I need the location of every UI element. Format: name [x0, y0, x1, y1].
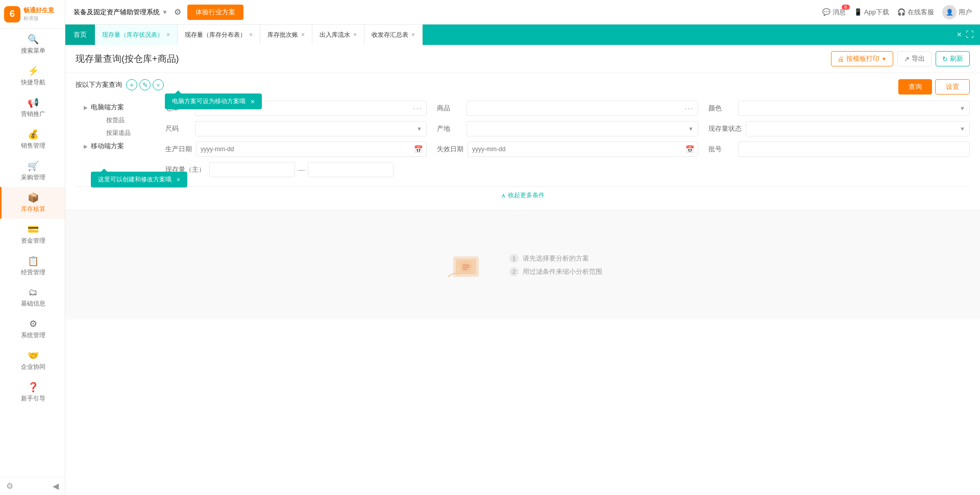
reset-button[interactable]: 设置 [935, 79, 970, 95]
tab-fullscreen-icon[interactable]: ⛶ [966, 30, 974, 39]
scheme-item-goods[interactable]: 按货品 [90, 114, 157, 127]
add-scheme-icon[interactable]: + [126, 79, 137, 90]
enterprise-icon: 🤝 [28, 350, 39, 361]
export-button[interactable]: ↗ 导出 [897, 51, 932, 66]
filter-row-2: 尺码 ▼ 产地 ▼ [165, 121, 970, 136]
filter-header: 按以下方案查询 + ✎ « [76, 79, 164, 90]
tooltip2-close[interactable]: × [177, 176, 180, 183]
logo-text: 畅通好生意 标准版 [23, 6, 54, 22]
sidebar-item-purchase[interactable]: 🛒 采购管理 [0, 155, 65, 187]
origin-select[interactable]: ▼ [467, 121, 698, 136]
batch-label: 批号 [708, 145, 734, 154]
tab-in-out-flow[interactable]: 出入库流水 × [312, 25, 364, 45]
sidebar-item-enterprise[interactable]: 🤝 企业协同 [0, 345, 65, 376]
tab-inventory-dist[interactable]: 现存量（库存分布表） × [178, 25, 260, 45]
refresh-button[interactable]: ↻ 刷新 [936, 51, 970, 66]
prod-date-input[interactable] [196, 142, 427, 157]
sidebar-item-basic[interactable]: 🗂 基础信息 [0, 282, 65, 313]
size-select[interactable]: ▼ [195, 121, 427, 136]
page-actions: 🖨 按模板打印 ▼ ↗ 导出 ↻ 刷新 [831, 51, 970, 66]
inv-qty-to[interactable] [308, 162, 394, 177]
sidebar-logo: 6 畅通好生意 标准版 [0, 0, 65, 29]
sidebar-item-operation[interactable]: 📋 经营管理 [0, 250, 65, 282]
tab-receipt-summary[interactable]: 收发存汇总表 × [364, 25, 423, 45]
app-download-action[interactable]: 📱 App下载 [854, 8, 889, 17]
empty-tip-1: 1 请先选择要分析的方案 [509, 254, 602, 263]
tip-num-1: 1 [509, 254, 519, 263]
settings-footer-icon[interactable]: ⚙ [6, 481, 13, 491]
color-select[interactable]: ▼ [738, 101, 970, 116]
empty-illustration [443, 241, 489, 289]
header-settings-icon[interactable]: ⚙ [174, 7, 181, 17]
online-service-action[interactable]: 🎧 在线客服 [897, 8, 934, 17]
filter-field-color: 颜色 ▼ [708, 101, 970, 116]
back-icon[interactable]: « [153, 79, 164, 90]
newbie-icon: ❓ [28, 382, 39, 393]
scheme-arrow-icon: ▶ [84, 105, 88, 110]
tooltip2-text: 这里可以创建和修改方案哦 [98, 175, 172, 184]
tooltip-scheme1: 电脑方案可设为移动方案哦 × [165, 93, 262, 109]
system-selector[interactable]: 装备及固定资产辅助管理系统 ▼ [74, 8, 168, 17]
message-action[interactable]: 💬 消息 6 [822, 8, 846, 17]
operation-icon: 📋 [28, 255, 39, 267]
goods-dots-icon[interactable]: ··· [684, 103, 694, 114]
tab-home[interactable]: 首页 [65, 25, 95, 45]
query-button[interactable]: 查询 [898, 79, 932, 95]
tab-close-inventory-status[interactable]: × [166, 31, 170, 38]
exp-date-calendar-icon[interactable]: 📅 [685, 145, 694, 153]
export-icon: ↗ [904, 55, 910, 63]
svg-rect-3 [462, 265, 470, 266]
collapse-sidebar-icon[interactable]: ◀ [53, 481, 59, 491]
finance-icon: 💳 [28, 224, 39, 235]
exp-date-label: 失效日期 [437, 145, 463, 154]
sidebar: 6 畅通好生意 标准版 🔍 搜索菜单 ⚡ 快捷导航 📢 营销推广 💰 销售管理 … [0, 0, 65, 495]
sidebar-item-sales[interactable]: 💰 销售管理 [0, 124, 65, 155]
tab-close-receipt-summary[interactable]: × [411, 31, 415, 38]
tab-close-in-out-flow[interactable]: × [353, 31, 357, 38]
tab-batch-account[interactable]: 库存批次账 × [260, 25, 312, 45]
tab-close-batch-account[interactable]: × [301, 31, 305, 38]
user-action[interactable]: 👤 用户 [942, 5, 972, 19]
service-icon: 🎧 [897, 8, 905, 16]
filter-field-goods: 商品 ··· [437, 101, 698, 116]
warehouse-dots-icon[interactable]: ··· [413, 103, 422, 114]
sidebar-item-finance[interactable]: 💳 资金管理 [0, 219, 65, 250]
origin-arrow-icon: ▼ [688, 126, 694, 132]
main-content: 装备及固定资产辅助管理系统 ▼ ⚙ 体验行业方案 💬 消息 6 📱 App下载 … [65, 0, 980, 495]
scheme-desktop[interactable]: ▶ 电脑端方案 [76, 101, 157, 114]
filter-panel: 按以下方案查询 + ✎ « 电脑方案可设为移动方案哦 × [65, 73, 980, 210]
goods-label: 商品 [437, 104, 462, 113]
sidebar-item-marketing[interactable]: 📢 营销推广 [0, 92, 65, 124]
sidebar-item-inventory[interactable]: 📦 库存核算 [0, 187, 65, 219]
inv-qty-from[interactable] [209, 162, 295, 177]
goods-select[interactable]: ··· [467, 101, 698, 116]
exp-date-input[interactable] [468, 142, 698, 157]
print-arrow-icon: ▼ [881, 56, 887, 62]
batch-input[interactable] [738, 142, 970, 157]
tab-close-inventory-dist[interactable]: × [249, 31, 253, 38]
scheme-mobile[interactable]: ▶ 移动端方案 [76, 139, 157, 153]
sidebar-item-guide[interactable]: ⚡ 快捷导航 [0, 60, 65, 92]
tab-inventory-status[interactable]: 现存量（库存状况表） × [95, 25, 178, 45]
scheme-item-channel[interactable]: 按渠道品 [90, 127, 157, 139]
system-dropdown-icon: ▼ [162, 9, 168, 16]
prod-date-calendar-icon[interactable]: 📅 [414, 145, 423, 153]
edit-scheme-icon[interactable]: ✎ [139, 79, 151, 90]
inv-qty-range: — [209, 162, 394, 177]
avatar-icon: 👤 [946, 9, 953, 16]
query-actions: 查询 设置 [898, 79, 970, 95]
sidebar-item-search[interactable]: 🔍 搜索菜单 [0, 29, 65, 60]
filter-field-inv-qty: 现存量（主） — [165, 162, 394, 177]
search-icon: 🔍 [28, 34, 39, 45]
tooltip1-close[interactable]: × [251, 98, 255, 106]
range-separator: — [298, 166, 305, 174]
print-button[interactable]: 🖨 按模板打印 ▼ [831, 51, 893, 66]
collapse-button[interactable]: ∧ 收起更多条件 [497, 187, 549, 204]
sidebar-item-system[interactable]: ⚙ 系统管理 [0, 313, 65, 345]
tab-close-all-icon[interactable]: × [957, 30, 962, 39]
sidebar-item-newbie[interactable]: ❓ 新手引导 [0, 376, 65, 408]
inv-status-select[interactable]: ▼ [746, 121, 970, 136]
scheme-desktop-children: 按货品 按渠道品 [76, 114, 157, 139]
trial-button[interactable]: 体验行业方案 [187, 5, 243, 20]
tab-bar-end: × ⛶ [951, 25, 980, 45]
